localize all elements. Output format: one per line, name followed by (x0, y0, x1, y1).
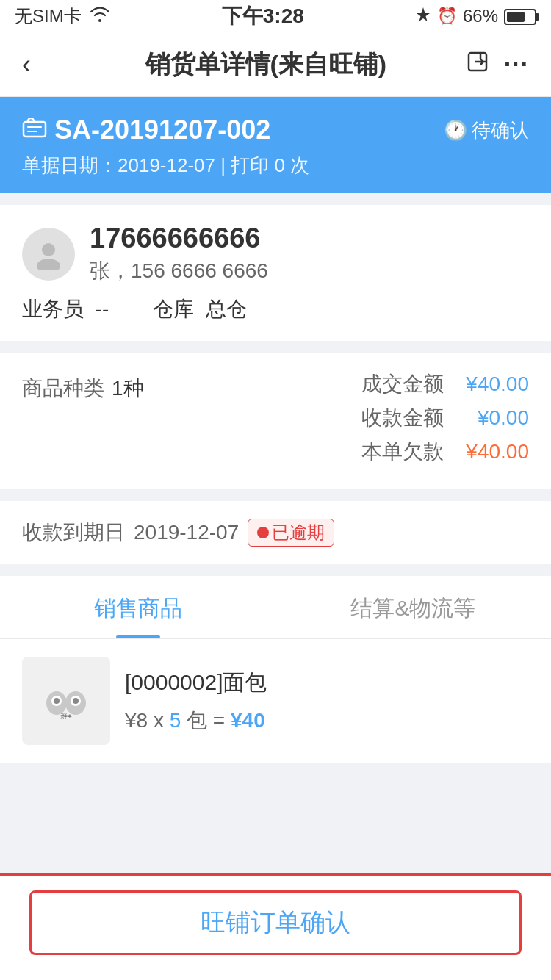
amounts-summary: 成交金额 ¥40.00 收款金额 ¥0.00 本单欠款 ¥40.00 (361, 370, 529, 472)
time-label: 下午3:28 (222, 2, 304, 30)
carrier-label: 无SIM卡 (15, 4, 82, 28)
product-unit: 包 (187, 709, 207, 732)
tabs-header: 销售商品 结算&物流等 (0, 576, 551, 639)
location-icon (415, 6, 431, 26)
tab-settlement[interactable]: 结算&物流等 (276, 576, 551, 638)
received-amount-value: ¥0.00 (455, 406, 529, 430)
confirm-button-wrap: 旺铺订单确认 (0, 873, 551, 980)
status-right: ⏰ 66% (415, 6, 536, 26)
nav-bar: ‹ 销货单详情(来自旺铺) ··· (0, 32, 551, 97)
status-bar: 无SIM卡 下午3:28 ⏰ 66% (0, 0, 551, 32)
overdue-dot-icon (257, 527, 269, 538)
svg-point-3 (37, 259, 60, 270)
clock-icon: 🕐 (444, 119, 467, 142)
wifi-icon (89, 6, 111, 26)
product-types: 商品种类 1种 (22, 370, 144, 403)
customer-phone: 17666666666 (90, 223, 268, 254)
order-header-card: SA-20191207-002 🕐 待确认 单据日期：2019-12-07 | … (0, 97, 551, 193)
due-date-value: 2019-12-07 (134, 521, 239, 544)
owed-amount-label: 本单欠款 (361, 438, 444, 466)
confirm-order-button[interactable]: 旺铺订单确认 (29, 890, 522, 955)
customer-name: 张，156 6666 6666 (90, 257, 268, 285)
product-total: ¥40 (231, 709, 265, 732)
product-item: 群+ [0000002]面包 ¥8 x 5 包 = ¥40 (0, 639, 551, 763)
due-date-section: 收款到期日 2019-12-07 已逾期 (0, 501, 551, 564)
back-button[interactable]: ‹ (22, 49, 66, 80)
tab-products[interactable]: 销售商品 (0, 576, 276, 638)
status-left: 无SIM卡 (15, 4, 111, 28)
svg-text:群+: 群+ (60, 713, 72, 719)
share-icon[interactable] (466, 50, 489, 79)
product-info: [0000002]面包 ¥8 x 5 包 = ¥40 (125, 668, 529, 735)
overdue-badge: 已逾期 (248, 519, 334, 547)
avatar (22, 228, 75, 281)
page-title: 销货单详情(来自旺铺) (66, 48, 466, 82)
warehouse-label: 仓库 (153, 298, 194, 320)
product-price-row: ¥8 x 5 包 = ¥40 (125, 707, 529, 735)
deal-amount-value: ¥40.00 (455, 372, 529, 396)
battery-icon (504, 6, 536, 26)
product-qty: 5 (170, 709, 181, 732)
customer-section: 17666666666 张，156 6666 6666 业务员 -- 仓库 总仓 (0, 205, 551, 341)
svg-point-8 (54, 698, 60, 704)
received-amount-label: 收款金额 (361, 404, 444, 432)
order-status: 🕐 待确认 (444, 118, 529, 143)
battery-percentage: 66% (463, 6, 498, 26)
deal-amount-label: 成交金额 (361, 370, 444, 398)
unit-price: ¥8 (125, 709, 148, 732)
sales-rep-value: -- (96, 298, 109, 320)
due-date-label: 收款到期日 (22, 519, 125, 547)
overdue-text: 已逾期 (272, 521, 325, 544)
tabs-section: 销售商品 结算&物流等 群+ [00 (0, 576, 551, 763)
order-meta: 单据日期：2019-12-07 | 打印 0 次 (22, 153, 529, 179)
warehouse-value: 总仓 (206, 298, 247, 320)
product-name: [0000002]面包 (125, 668, 529, 698)
customer-meta: 业务员 -- 仓库 总仓 (22, 295, 529, 323)
svg-point-2 (42, 243, 55, 256)
summary-section: 商品种类 1种 成交金额 ¥40.00 收款金额 ¥0.00 本单欠款 ¥40.… (0, 353, 551, 489)
sales-rep-label: 业务员 (22, 298, 84, 320)
alarm-icon: ⏰ (437, 7, 457, 26)
more-icon[interactable]: ··· (504, 50, 529, 79)
product-thumbnail: 群+ (22, 657, 110, 745)
svg-point-9 (73, 698, 79, 704)
owed-amount-value: ¥40.00 (455, 440, 529, 464)
nav-actions: ··· (466, 50, 529, 79)
order-id: SA-20191207-002 (22, 115, 270, 145)
order-icon (22, 118, 47, 143)
svg-rect-1 (24, 122, 46, 137)
